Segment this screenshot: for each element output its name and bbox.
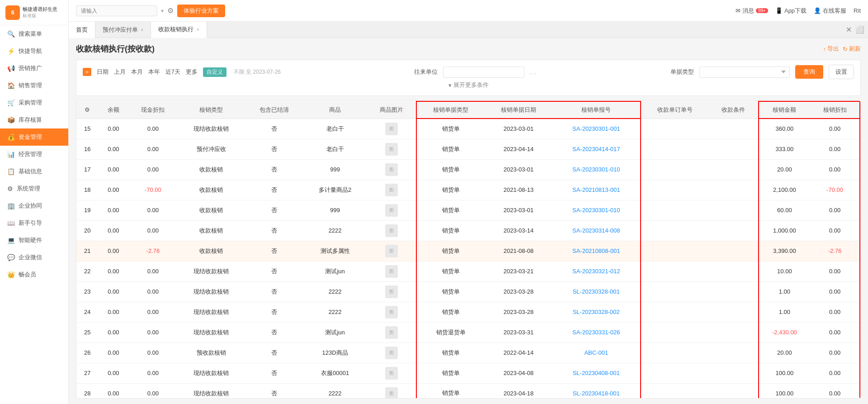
cell-product: 测试jun: [303, 261, 367, 281]
settings-button[interactable]: 设置: [829, 65, 854, 79]
cell-verify-bill-no[interactable]: SL-20230408-001: [552, 363, 641, 383]
cell-verify-bill-date: 2023-04-14: [485, 139, 552, 159]
cell-num: 16: [76, 139, 98, 159]
cell-product-image: 图: [367, 261, 416, 281]
sidebar-item-purchase[interactable]: 🛒 采购管理: [0, 94, 68, 111]
sidebar-item-enterprise[interactable]: 🏢 企业协同: [0, 197, 68, 214]
main-area: ▾ ⚙ 体验行业方案 ✉ 消息 99+ 📱 App下载 👤 在线客服 Rit 首…: [69, 0, 868, 404]
cell-verify-bill-no[interactable]: SL-20230418-001: [552, 383, 641, 399]
message-icon: ✉: [736, 7, 741, 14]
cell-product-image: 图: [367, 180, 416, 200]
cell-product: 测试多属性: [303, 241, 367, 261]
col-product-image: 商品图片: [367, 101, 416, 119]
counterpart-dots: ...: [530, 69, 538, 76]
cell-verify-bill-type: 销货单: [416, 159, 485, 180]
cell-receipt-condition: [709, 159, 759, 180]
sidebar-label: 资金管理: [19, 133, 42, 141]
cell-verify-bill-date: 2023-04-08: [485, 363, 552, 383]
sidebar-item-search[interactable]: 🔍 搜索菜单: [0, 25, 68, 43]
sidebar-item-hardware[interactable]: 💻 智能硬件: [0, 232, 68, 249]
tab-verify[interactable]: 收款核销执行 ×: [151, 22, 207, 38]
cell-verify-bill-no[interactable]: SA-20230314-008: [552, 220, 641, 241]
table-row: 17 0.00 0.00 收款核销 否 999 图 销货单 2023-03-01…: [76, 159, 860, 180]
cell-verify-amount: 3,390.00: [759, 241, 810, 261]
sidebar-item-wechat[interactable]: 💬 企业微信: [0, 249, 68, 266]
tab-home-label: 首页: [76, 26, 88, 34]
solution-button[interactable]: 体验行业方案: [177, 5, 225, 17]
sidebar-item-guide[interactable]: 📖 新手引导: [0, 214, 68, 232]
export-button[interactable]: ↑ 导出: [823, 45, 840, 53]
cell-verify-bill-no[interactable]: SA-20230321-012: [552, 261, 641, 281]
sidebar-item-operation[interactable]: 📊 经营管理: [0, 146, 68, 163]
more-link[interactable]: 更多: [186, 68, 198, 76]
cell-verify-bill-no[interactable]: SA-20230414-017: [552, 139, 641, 159]
this-year-link[interactable]: 本年: [148, 68, 160, 76]
online-service-group[interactable]: 👤 在线客服: [814, 7, 846, 15]
counterpart-input[interactable]: [443, 67, 524, 78]
cell-verify-bill-no[interactable]: SA-20210808-001: [552, 241, 641, 261]
expand-more-button[interactable]: ▾ 展开更多条件: [448, 81, 489, 89]
header-actions: ↑ 导出 ↻ 刷新: [823, 45, 861, 53]
sidebar-item-member[interactable]: 👑 畅会员: [0, 266, 68, 283]
maximize-icon[interactable]: ⬜: [855, 25, 864, 34]
cell-verify-type: 收款核销: [177, 159, 245, 180]
cell-cash-discount: 0.00: [128, 342, 177, 363]
cell-product: 999: [303, 159, 367, 180]
cell-receipt-condition: [709, 139, 759, 159]
cell-product: 999: [303, 200, 367, 220]
sidebar-item-quicknav[interactable]: ⚡ 快捷导航: [0, 43, 68, 60]
custom-date-button[interactable]: 自定义: [203, 67, 226, 77]
cell-include-settled: 否: [245, 383, 303, 399]
tab-home[interactable]: 首页: [69, 22, 95, 38]
cell-num: 24: [76, 302, 98, 322]
cell-verify-bill-date: 2023-03-21: [485, 261, 552, 281]
sidebar-item-inventory[interactable]: 📦 库存核算: [0, 111, 68, 128]
last-month-link[interactable]: 上月: [114, 68, 126, 76]
cell-receipt-order-no: [641, 302, 709, 322]
single-type-select[interactable]: [699, 67, 790, 78]
cell-verify-bill-date: 2023-03-01: [485, 200, 552, 220]
table-row: 24 0.00 0.00 现结收款核销 否 2222 图 销货单 2023-03…: [76, 302, 860, 322]
cell-verify-bill-no[interactable]: SA-20230331-026: [552, 322, 641, 342]
message-group[interactable]: ✉ 消息 99+: [736, 7, 768, 15]
tab-prepay[interactable]: 预付冲应付单 ×: [95, 22, 151, 38]
cell-verify-bill-no[interactable]: SA-20230301-001: [552, 119, 641, 139]
cell-verify-bill-no[interactable]: SL-20230328-002: [552, 302, 641, 322]
recent-7-link[interactable]: 近7天: [165, 68, 180, 76]
cell-receipt-order-no: [641, 200, 709, 220]
cell-receipt-order-no: [641, 220, 709, 241]
table-row: 23 0.00 0.00 现结收款核销 否 2222 图 销货单 2023-03…: [76, 281, 860, 302]
sidebar-item-basic[interactable]: 📋 基础信息: [0, 163, 68, 180]
tab-prepay-close[interactable]: ×: [141, 27, 143, 33]
cell-verify-bill-type: 销货单: [416, 220, 485, 241]
cell-verify-bill-no[interactable]: SA-20210813-001: [552, 180, 641, 200]
cell-verify-bill-type: 销货单: [416, 302, 485, 322]
sidebar-item-system[interactable]: ⚙ 系统管理: [0, 180, 68, 197]
app-download-group[interactable]: 📱 App下载: [775, 7, 807, 15]
sidebar-item-finance[interactable]: 💰 资金管理: [0, 128, 68, 146]
col-settings[interactable]: ⚙: [76, 101, 98, 119]
cell-verify-bill-no[interactable]: ABC-001: [552, 342, 641, 363]
sidebar-item-marketing[interactable]: 📢 营销推广: [0, 60, 68, 77]
filter-expand-icon[interactable]: »: [83, 68, 91, 76]
tab-verify-close[interactable]: ×: [196, 27, 199, 32]
query-button[interactable]: 查询: [795, 65, 823, 79]
cell-verify-amount: 360.00: [759, 119, 810, 139]
cell-verify-type: 现结收款核销: [177, 363, 245, 383]
this-month-link[interactable]: 本月: [131, 68, 143, 76]
cell-include-settled: 否: [245, 261, 303, 281]
table-row: 27 0.00 0.00 现结收款核销 否 衣服00001 图 销货单 2023…: [76, 363, 860, 383]
page-header: 收款核销执行(按收款) ↑ 导出 ↻ 刷新: [76, 43, 861, 54]
search-input[interactable]: [76, 5, 157, 16]
cell-verify-bill-no[interactable]: SA-20230301-010: [552, 159, 641, 180]
gear-icon[interactable]: ⚙: [167, 6, 174, 15]
sidebar-item-sales[interactable]: 🏠 销售管理: [0, 77, 68, 94]
cell-balance: 0.00: [98, 261, 128, 281]
cell-include-settled: 否: [245, 363, 303, 383]
cell-verify-discount: 0.00: [810, 200, 860, 220]
refresh-button[interactable]: ↻ 刷新: [843, 45, 861, 53]
cell-verify-bill-no[interactable]: SL-20230328-001: [552, 281, 641, 302]
close-window-icon[interactable]: ✕: [846, 25, 852, 34]
cell-include-settled: 否: [245, 342, 303, 363]
cell-verify-bill-no[interactable]: SA-20230301-010: [552, 200, 641, 220]
